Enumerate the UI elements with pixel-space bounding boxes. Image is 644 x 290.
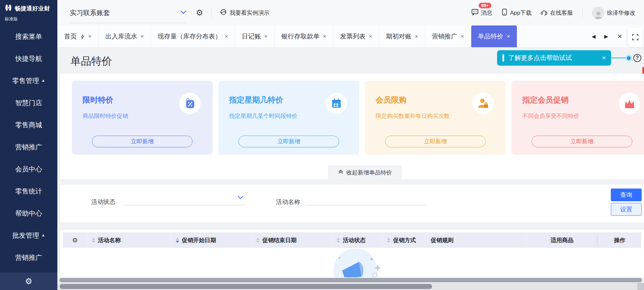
gear-icon[interactable]: ⚙	[196, 8, 203, 17]
help-toggle-dot[interactable]	[625, 55, 632, 61]
sort-icon[interactable]	[337, 238, 340, 243]
help-connector-line	[610, 58, 626, 58]
account-underline	[70, 23, 186, 23]
tab-stock-distribution[interactable]: 现存量（库存分布表） ×	[151, 25, 235, 47]
add-now-button[interactable]: 立即新增	[532, 136, 632, 147]
tab-scroll-right-icon[interactable]: ▶	[601, 31, 612, 42]
sidebar-item-quick-nav[interactable]: 快捷导航	[0, 48, 57, 70]
col-activity-name[interactable]: 活动名称	[87, 232, 171, 248]
tab-label: 发票列表	[340, 32, 366, 41]
user-menu[interactable]: 徐泽华修改	[592, 7, 635, 19]
sort-icon[interactable]	[256, 238, 260, 243]
fullscreen-button[interactable]	[628, 27, 643, 47]
scrollbar-thumb[interactable]	[59, 278, 642, 282]
table-horizontal-scrollbar[interactable]	[57, 277, 644, 283]
close-icon[interactable]: ×	[88, 33, 92, 40]
close-icon[interactable]: ×	[602, 54, 606, 62]
sidebar-settings-button[interactable]: ⚙	[0, 273, 57, 290]
add-now-button[interactable]: 立即新增	[385, 136, 486, 147]
sidebar-item-help-center[interactable]: 帮助中心	[0, 202, 57, 224]
activity-name-input[interactable]	[305, 191, 426, 205]
app-download-button[interactable]: App下载	[501, 8, 532, 17]
filter-panel: 活动状态 活动名称 查询 设置	[60, 185, 644, 222]
sidebar-item-marketing-promo[interactable]: 营销推广	[0, 136, 57, 158]
scrollbar-thumb[interactable]	[60, 284, 432, 289]
column-label: 活动名称	[98, 236, 121, 244]
crown-icon	[619, 93, 640, 114]
help-banner-text: 了解更多点击帮助试试	[508, 54, 572, 62]
sidebar-item-label: 营销推广	[15, 143, 42, 152]
tab-label: 营销推广	[432, 32, 458, 41]
close-icon[interactable]: ×	[264, 33, 268, 40]
add-now-button[interactable]: 立即新增	[238, 136, 339, 147]
close-icon[interactable]: ×	[461, 33, 464, 40]
messages-badge: 99+	[479, 3, 491, 8]
sidebar-item-member-center[interactable]: 会员中心	[0, 158, 57, 180]
tabbar: 首页 × 出入库流水 × 现存量（库存分布表） × 日记账 × 银行存取款单 ×…	[57, 25, 644, 48]
demo-link[interactable]: 我要看实例演示	[220, 8, 270, 17]
col-promo-start-date[interactable]: 促销开始日期	[171, 232, 252, 248]
close-all-tabs-icon[interactable]: ×	[613, 31, 626, 42]
tab-bank-deposit[interactable]: 银行存取款单 ×	[275, 25, 333, 47]
messages-button[interactable]: 99+ 消息	[471, 8, 492, 17]
tab-scroll-left-icon[interactable]: ◀	[588, 31, 599, 42]
close-icon[interactable]: ×	[323, 33, 326, 40]
activity-status-select[interactable]	[123, 191, 246, 205]
sidebar-item-wholesale-marketing[interactable]: 营销推广	[0, 246, 57, 269]
sidebar-item-label: 会员中心	[15, 165, 42, 174]
sort-icon-desc-active[interactable]	[176, 238, 179, 243]
online-service-button[interactable]: 在线客服	[540, 8, 573, 17]
close-icon[interactable]: ×	[369, 33, 372, 40]
account-select[interactable]: 实习联系账套	[70, 0, 186, 25]
sidebar-item-smart-store[interactable]: 智慧门店	[0, 92, 57, 114]
sidebar-item-retail-mall[interactable]: 零售商城	[0, 114, 57, 136]
close-icon[interactable]: ×	[415, 33, 418, 40]
sidebar-item-retail-stats[interactable]: 零售统计	[0, 180, 57, 202]
promo-cards-panel: 限时特价 商品限时特价促销 立即新增 指定星期几特价 指定星期几某个时间段特价 …	[60, 74, 644, 179]
help-question-icon[interactable]: ?	[633, 54, 641, 62]
tab-home[interactable]: 首页 ×	[57, 25, 99, 47]
tab-single-item-special-active[interactable]: 单品特价 ×	[471, 25, 517, 47]
promotion-table-panel: ⚙ 活动名称 促销开始日期 促销结束日期 活动状态	[60, 230, 644, 277]
close-icon[interactable]: ×	[225, 33, 228, 40]
sidebar-item-label: 搜索菜单	[15, 32, 42, 41]
sidebar-group-retail-management[interactable]: 零售管理▲	[0, 70, 57, 92]
card-title: 指定会员促销	[522, 95, 569, 105]
empty-state-illustration	[322, 244, 392, 277]
add-now-button[interactable]: 立即新增	[92, 136, 193, 147]
tab-marketing-promo[interactable]: 营销推广 ×	[425, 25, 471, 47]
scrollbar-corner[interactable]	[637, 283, 644, 290]
card-time-limited-special: 限时特价 商品限时特价促销 立即新增	[72, 81, 213, 155]
tab-label: 现存量（库存分布表）	[158, 32, 221, 41]
column-settings-button[interactable]: ⚙	[63, 232, 87, 248]
sidebar-item-search-menu[interactable]: 搜索菜单	[0, 25, 57, 48]
column-label: 促销结束日期	[262, 236, 297, 244]
sidebar-item-label: 智慧门店	[15, 98, 42, 107]
close-icon[interactable]: ×	[507, 33, 510, 40]
tab-label: 日记账	[242, 32, 261, 41]
close-icon[interactable]: ×	[141, 33, 144, 40]
message-icon	[471, 8, 479, 17]
tab-inout-flow[interactable]: 出入库流水 ×	[99, 25, 151, 47]
tab-opening-reconciliation[interactable]: 期初对账 ×	[379, 25, 425, 47]
divider	[582, 8, 583, 18]
col-promo-end-date[interactable]: 促销结束日期	[252, 232, 332, 248]
tab-journal[interactable]: 日记账 ×	[235, 25, 275, 47]
brand-name: 畅捷通好业财	[15, 5, 50, 12]
demo-link-label: 我要看实例演示	[230, 9, 270, 17]
settings-button[interactable]: 设置	[611, 203, 642, 216]
sort-icon[interactable]	[92, 238, 95, 243]
sidebar-group-wholesale-management[interactable]: 批发管理▲	[0, 224, 57, 246]
avatar	[592, 7, 604, 19]
logo-block: 畅捷通好业财 标准版	[0, 0, 57, 25]
page-horizontal-scrollbar[interactable]	[57, 283, 644, 290]
edge-feedback-tab[interactable]	[642, 67, 644, 74]
page-header: 单品特价 了解更多点击帮助试试 × ?	[57, 48, 644, 74]
query-button[interactable]: 查询	[611, 189, 642, 201]
brand-edition: 标准版	[5, 16, 54, 22]
collapse-new-special-bar[interactable]: 收起新增单品特价	[328, 166, 401, 179]
sort-icon[interactable]	[387, 238, 390, 243]
tab-invoice-list[interactable]: 发票列表 ×	[333, 25, 379, 47]
sidebar-item-label: 快捷导航	[15, 54, 42, 63]
help-banner[interactable]: 了解更多点击帮助试试 ×	[497, 50, 611, 66]
